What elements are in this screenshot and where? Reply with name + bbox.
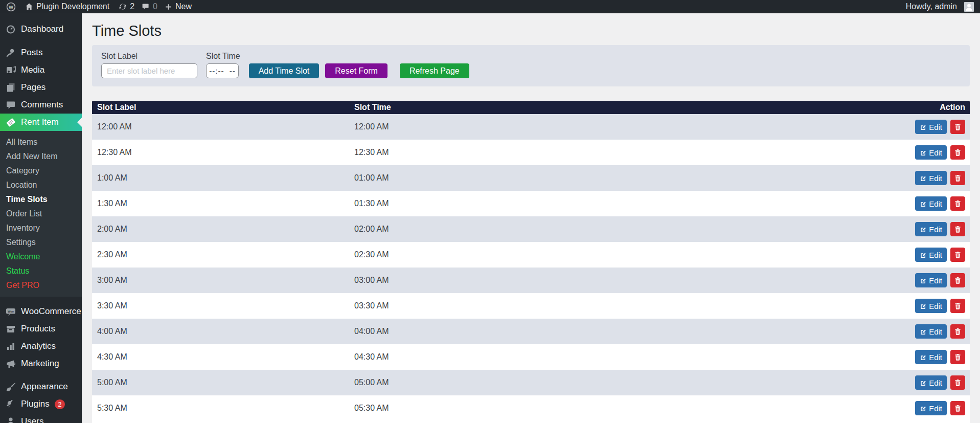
submenu-item-category[interactable]: Category: [0, 164, 82, 178]
sidebar-item-dashboard[interactable]: Dashboard: [0, 20, 82, 38]
sidebar-item-analytics[interactable]: Analytics: [0, 338, 82, 355]
sidebar-item-plugins[interactable]: Plugins 2: [0, 395, 82, 413]
submenu-item-order-list[interactable]: Order List: [0, 207, 82, 221]
edit-button[interactable]: Edit: [915, 299, 947, 313]
submenu-item-all-items[interactable]: All Items: [0, 135, 82, 149]
table-row: 4:00 AM 04:00 AM Edit: [92, 319, 970, 344]
submenu-item-time-slots[interactable]: Time Slots: [0, 192, 82, 207]
table-row: 5:00 AM 05:00 AM Edit: [92, 370, 970, 395]
edit-button[interactable]: Edit: [915, 145, 947, 160]
trash-icon: [954, 174, 961, 182]
submenu-item-status[interactable]: Status: [0, 264, 82, 278]
sidebar-item-rent-item[interactable]: Rent Item: [0, 114, 82, 131]
brush-icon: [6, 382, 16, 392]
row-slot-label: 5:00 AM: [92, 378, 354, 387]
sidebar-item-comments[interactable]: Comments: [0, 96, 82, 114]
updates-link[interactable]: 2: [119, 2, 134, 11]
refresh-page-button[interactable]: Refresh Page: [400, 63, 469, 78]
sidebar-item-label: Plugins: [21, 399, 50, 409]
row-slot-time: 05:00 AM: [354, 378, 915, 387]
submenu-item-inventory[interactable]: Inventory: [0, 221, 82, 235]
edit-button[interactable]: Edit: [915, 324, 947, 339]
row-slot-time: 03:30 AM: [354, 301, 915, 310]
reset-form-button[interactable]: Reset Form: [325, 63, 388, 78]
wordpress-logo[interactable]: W: [6, 2, 16, 12]
edit-button[interactable]: Edit: [915, 273, 947, 287]
row-slot-label: 4:00 AM: [92, 327, 354, 336]
trash-icon: [954, 302, 961, 309]
svg-text:W: W: [9, 4, 13, 10]
submenu-item-get-pro[interactable]: Get PRO: [0, 278, 82, 293]
sidebar-item-pages[interactable]: Pages: [0, 79, 82, 96]
delete-button[interactable]: [950, 222, 965, 236]
delete-button[interactable]: [950, 324, 965, 339]
time-slots-table: Slot Label Slot Time Action 12:00 AM 12:…: [92, 101, 970, 423]
table-row: 1:00 AM 01:00 AM Edit: [92, 165, 970, 191]
comments-link[interactable]: 0: [142, 2, 157, 11]
edit-button[interactable]: Edit: [915, 375, 947, 390]
table-row: 5:30 AM 05:30 AM Edit: [92, 395, 970, 421]
delete-button[interactable]: [950, 350, 965, 364]
edit-pencil-icon: [920, 252, 926, 258]
slot-label-input[interactable]: [101, 63, 197, 78]
page-title: Time Slots: [92, 22, 970, 39]
sidebar-item-media[interactable]: Media: [0, 61, 82, 79]
submenu-item-settings[interactable]: Settings: [0, 235, 82, 250]
sidebar-item-marketing[interactable]: Marketing: [0, 355, 82, 372]
table-row: 3:00 AM 03:00 AM Edit: [92, 268, 970, 293]
delete-button[interactable]: [950, 171, 965, 185]
pushpin-icon: [6, 48, 16, 58]
edit-button[interactable]: Edit: [915, 196, 947, 211]
edit-button[interactable]: Edit: [915, 248, 947, 262]
updates-count: 2: [130, 2, 134, 11]
edit-pencil-icon: [920, 328, 926, 335]
update-icon: [119, 3, 127, 11]
row-slot-label: 2:30 AM: [92, 250, 354, 259]
delete-button[interactable]: [950, 299, 965, 313]
submenu-item-welcome[interactable]: Welcome: [0, 250, 82, 264]
row-slot-label: 4:30 AM: [92, 352, 354, 362]
sidebar-item-label: Appearance: [21, 382, 68, 392]
sidebar-item-label: Users: [21, 416, 43, 423]
sidebar-item-users[interactable]: Users: [0, 413, 82, 423]
delete-button[interactable]: [950, 145, 965, 160]
delete-button[interactable]: [950, 273, 965, 287]
delete-button[interactable]: [950, 375, 965, 390]
submenu-item-add-new-item[interactable]: Add New Item: [0, 149, 82, 164]
woocommerce-icon: Woo: [6, 306, 16, 317]
sidebar-item-appearance[interactable]: Appearance: [0, 378, 82, 395]
slot-time-input[interactable]: [206, 63, 239, 78]
edit-button[interactable]: Edit: [915, 350, 947, 364]
new-content-link[interactable]: New: [165, 2, 192, 11]
howdy-account-link[interactable]: Howdy, admin: [906, 2, 974, 12]
delete-button[interactable]: [950, 120, 965, 134]
row-slot-label: 1:00 AM: [92, 173, 354, 183]
edit-button[interactable]: Edit: [915, 401, 947, 415]
row-slot-time: 12:00 AM: [354, 122, 915, 131]
slot-time-label: Slot Time: [206, 52, 240, 61]
sidebar-item-label: Rent Item: [21, 117, 59, 127]
sidebar-item-posts[interactable]: Posts: [0, 44, 82, 61]
plugins-update-badge: 2: [55, 399, 65, 409]
edit-pencil-icon: [920, 354, 926, 361]
trash-icon: [954, 149, 961, 156]
edit-button[interactable]: Edit: [915, 222, 947, 236]
sidebar-item-woocommerce[interactable]: Woo WooCommerce: [0, 303, 82, 320]
delete-button[interactable]: [950, 401, 965, 415]
admin-bar: W Plugin Development 2 0 New Howdy, admi…: [0, 0, 980, 13]
trash-icon: [954, 251, 961, 258]
edit-button[interactable]: Edit: [915, 120, 947, 134]
submenu-item-location[interactable]: Location: [0, 178, 82, 192]
row-slot-time: 01:30 AM: [354, 199, 915, 208]
delete-button[interactable]: [950, 248, 965, 262]
sidebar-item-products[interactable]: Products: [0, 320, 82, 338]
sidebar-item-label: Media: [21, 65, 44, 75]
header-slot-label: Slot Label: [92, 103, 354, 112]
edit-pencil-icon: [920, 380, 926, 386]
add-time-slot-button[interactable]: Add Time Slot: [249, 63, 320, 78]
site-name-link[interactable]: Plugin Development: [25, 2, 109, 11]
table-header: Slot Label Slot Time Action: [92, 101, 970, 114]
edit-button[interactable]: Edit: [915, 171, 947, 185]
analytics-icon: [6, 341, 16, 351]
delete-button[interactable]: [950, 196, 965, 211]
